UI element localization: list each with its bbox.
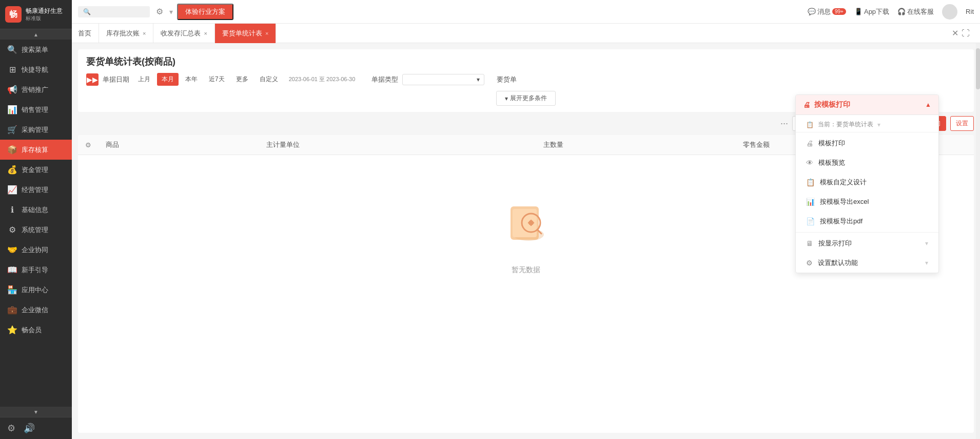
- expand-label: 展开更多条件: [510, 94, 547, 103]
- settings-button[interactable]: 设置: [950, 116, 974, 131]
- dropdown-item-template-print[interactable]: 🖨 模板打印: [796, 133, 938, 153]
- date-btn-more[interactable]: 更多: [231, 73, 253, 86]
- tab-close-icon[interactable]: ×: [265, 30, 268, 36]
- sidebar-item-marketing[interactable]: 📢 营销推广: [0, 80, 72, 100]
- tab-close-all-icon[interactable]: ✕: [952, 28, 958, 38]
- member-icon: ⭐: [7, 325, 17, 335]
- sidebar-item-search[interactable]: 🔍 搜索菜单: [0, 40, 72, 60]
- expand-more-button[interactable]: ▾ 展开更多条件: [496, 91, 556, 106]
- sub-chevron-icon: ▾: [925, 240, 928, 247]
- sidebar-item-inventory[interactable]: 📦 库存核算: [0, 140, 72, 160]
- sidebar-item-system[interactable]: ⚙ 系统管理: [0, 220, 72, 240]
- sidebar-item-purchase[interactable]: 🛒 采购管理: [0, 120, 72, 140]
- template-preview-icon: 👁: [806, 159, 813, 167]
- page-scrollbar-thumb: [976, 48, 980, 89]
- tab-inventory-batch[interactable]: 库存批次账 ×: [99, 24, 153, 43]
- dropdown-item-label: 模板打印: [818, 139, 845, 148]
- dropdown-item-display-print[interactable]: 🖥 按显示打印 ▾: [796, 234, 938, 253]
- filter-expand-icon[interactable]: ▶▶: [86, 73, 99, 86]
- app-download-button[interactable]: 📱 App下载: [854, 7, 889, 16]
- sidebar-item-guide[interactable]: 📖 新手引导: [0, 260, 72, 280]
- sub-chevron-icon-2: ▾: [925, 259, 928, 266]
- dropdown-divider-2: [796, 232, 938, 233]
- sidebar-scroll-up[interactable]: ▲: [0, 29, 72, 40]
- table-col-unit: 主计量单位: [259, 135, 536, 155]
- export-pdf-icon: 📄: [806, 217, 815, 225]
- sidebar-items: 🔍 搜索菜单 ⊞ 快捷导航 📢 营销推广 📊 销售管理 🛒 采购管理 📦 库存核…: [0, 40, 72, 407]
- sidebar-scroll-down[interactable]: ▼: [0, 407, 72, 417]
- sidebar-item-wechat[interactable]: 💼 企业微信: [0, 300, 72, 320]
- table-settings-icon[interactable]: ⚙: [85, 141, 91, 149]
- dropdown-item-template-design[interactable]: 📋 模板自定义设计: [796, 173, 938, 192]
- tabs-bar: 首页 库存批次账 × 收发存汇总表 × 要货单统计表 × ✕ ⛶: [72, 24, 980, 43]
- msg-button[interactable]: 💬 消息 99+: [808, 7, 846, 16]
- sidebar-item-label: 新手引导: [22, 265, 48, 275]
- sidebar-item-label: 搜索菜单: [22, 45, 48, 54]
- type-select[interactable]: ▾: [402, 74, 484, 85]
- inventory-icon: 📦: [7, 145, 17, 155]
- sidebar-item-collab[interactable]: 🤝 企业协同: [0, 240, 72, 260]
- tab-home[interactable]: 首页: [78, 24, 99, 43]
- settings-label: 设置: [956, 119, 968, 128]
- sidebar-item-operation[interactable]: 📈 经营管理: [0, 180, 72, 200]
- dropdown-item-template-preview[interactable]: 👁 模板预览: [796, 153, 938, 173]
- sidebar-item-member[interactable]: ⭐ 畅会员: [0, 320, 72, 340]
- table-col-qty: 主数量: [536, 135, 736, 155]
- username[interactable]: Rit: [966, 8, 974, 15]
- svg-point-4: [528, 220, 534, 225]
- settings-icon[interactable]: ⚙: [7, 423, 15, 434]
- table-col-settings[interactable]: ⚙: [78, 135, 99, 155]
- tab-close-icon[interactable]: ×: [204, 30, 207, 36]
- sidebar-item-nav[interactable]: ⊞ 快捷导航: [0, 60, 72, 80]
- headset-icon: 🎧: [897, 8, 906, 15]
- date-btn-this-month[interactable]: 本月: [157, 73, 179, 86]
- dropdown-sub-label: 按显示打印: [818, 239, 852, 248]
- sidebar-item-label: 营销推广: [22, 85, 48, 94]
- sidebar-item-basic[interactable]: ℹ 基础信息: [0, 200, 72, 220]
- sidebar: 畅 畅康通好生意 标准版 ▲ 🔍 搜索菜单 ⊞ 快捷导航 📢 营销推广 📊 销售…: [0, 0, 72, 439]
- sidebar-item-appstore[interactable]: 🏪 应用中心: [0, 280, 72, 300]
- table-col-goods: 商品: [99, 135, 259, 155]
- dropdown-item-set-default[interactable]: ⚙ 设置默认功能 ▾: [796, 253, 938, 273]
- date-btn-custom[interactable]: 自定义: [255, 73, 283, 86]
- page-scrollbar[interactable]: [976, 43, 980, 439]
- tab-order-stats[interactable]: 要货单统计表 ×: [215, 24, 276, 43]
- tab-expand-icon[interactable]: ⛶: [962, 29, 970, 38]
- main-content: 🔍 ⚙ ▾ 体验行业方案 💬 消息 99+ 📱 App下载 🎧 在线客服 Rit: [72, 0, 980, 439]
- logo-icon: 畅: [5, 6, 22, 23]
- sidebar-item-finance[interactable]: 💰 资金管理: [0, 160, 72, 180]
- date-btn-7days[interactable]: 近7天: [204, 73, 229, 86]
- marketing-icon: 📢: [7, 85, 17, 94]
- topbar: 🔍 ⚙ ▾ 体验行业方案 💬 消息 99+ 📱 App下载 🎧 在线客服 Rit: [72, 0, 980, 24]
- volume-icon[interactable]: 🔊: [24, 423, 35, 434]
- avatar[interactable]: [942, 4, 957, 20]
- dropdown-item-export-excel[interactable]: 📊 按模板导出excel: [796, 192, 938, 212]
- sidebar-item-label: 基础信息: [22, 205, 48, 215]
- tab-collect-summary[interactable]: 收发存汇总表 ×: [153, 24, 214, 43]
- dropdown-close-icon[interactable]: ▲: [925, 101, 931, 108]
- dropdown-item-export-pdf[interactable]: 📄 按模板导出pdf: [796, 212, 938, 231]
- sales-icon: 📊: [7, 105, 17, 114]
- sidebar-item-label: 采购管理: [22, 125, 48, 135]
- topbar-search[interactable]: 🔍: [78, 6, 150, 17]
- dropdown-divider: [796, 132, 938, 132]
- template-print-icon: 🖨: [806, 139, 813, 147]
- empty-text: 暂无数据: [512, 265, 540, 275]
- app-download-label: App下载: [864, 7, 889, 16]
- app-logo: 畅 畅康通好生意 标准版: [0, 0, 72, 29]
- app-subtitle: 标准版: [26, 15, 63, 22]
- tab-close-icon[interactable]: ×: [143, 30, 146, 36]
- print-dropdown: 🖨 按模板打印 ▲ 📋 当前：要货单统计表 ▾ 🖨 模板打印 👁 模板预览: [795, 94, 939, 273]
- topbar-settings-icon[interactable]: ⚙: [154, 5, 165, 18]
- sidebar-item-sales[interactable]: 📊 销售管理: [0, 100, 72, 120]
- trial-button[interactable]: 体验行业方案: [177, 4, 233, 20]
- date-btn-prev-month[interactable]: 上月: [133, 73, 155, 86]
- tab-collect-summary-label: 收发存汇总表: [161, 29, 201, 38]
- action-dots[interactable]: ···: [780, 118, 788, 129]
- display-print-icon: 🖥: [806, 239, 813, 247]
- online-service-button[interactable]: 🎧 在线客服: [897, 7, 934, 16]
- date-btn-this-year[interactable]: 本年: [181, 73, 202, 86]
- page-title: 要货单统计表(按商品): [86, 55, 966, 68]
- finance-icon: 💰: [7, 165, 17, 175]
- topbar-chevron[interactable]: ▾: [169, 8, 173, 16]
